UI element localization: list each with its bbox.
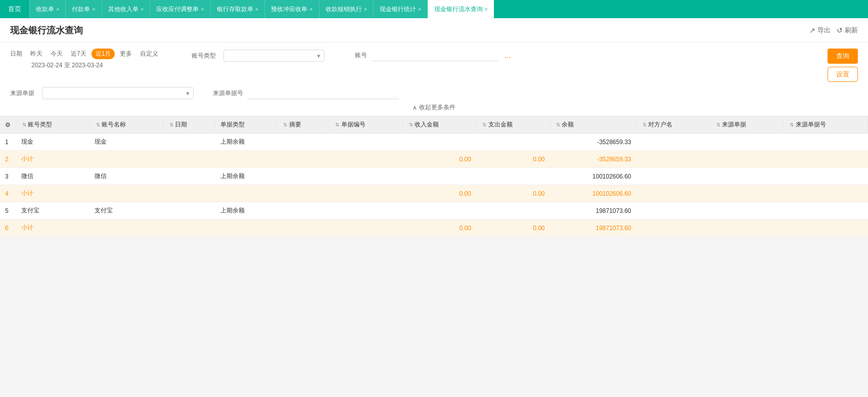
table-cell — [476, 202, 550, 219]
source-doc-select-wrapper: ▾ — [42, 87, 194, 99]
account-dots-button[interactable]: ... — [504, 51, 511, 60]
table-cell: 0.00 — [402, 219, 476, 237]
col-summary[interactable]: ⇅ 摘要 — [277, 116, 329, 134]
table-cell — [710, 134, 784, 151]
sort-icon: ⇅ — [96, 122, 100, 127]
gear-icon: ⚙ — [5, 121, 11, 128]
col-account-name[interactable]: ⇅ 账号名称 — [89, 116, 163, 134]
table-cell: 0.00 — [476, 185, 550, 202]
col-account-type[interactable]: ⇅ 账号类型 — [16, 116, 90, 134]
query-button[interactable]: 查询 — [828, 49, 858, 64]
table-cell: -3528659.33 — [550, 151, 636, 168]
account-input[interactable] — [372, 50, 498, 61]
nav-tab-8[interactable]: 现金银行流水查询 × — [428, 0, 494, 18]
table-cell — [163, 219, 215, 237]
nav-tab-2[interactable]: 其他收入单 × — [102, 0, 150, 18]
col-source-doc-no[interactable]: ⇅ 来源单据号 — [784, 116, 868, 134]
table-cell: 0.00 — [476, 219, 550, 237]
date-btn-more[interactable]: 更多 — [117, 49, 135, 59]
nav-home[interactable]: 首页 — [0, 0, 29, 18]
table-cell — [402, 168, 476, 185]
date-btn-today[interactable]: 今天 — [48, 49, 66, 59]
table-cell — [163, 151, 215, 168]
table-cell: 微信 — [16, 168, 90, 185]
col-expense[interactable]: ⇅ 支出金额 — [476, 116, 550, 134]
close-icon[interactable]: × — [201, 6, 204, 12]
table-cell: 0.00 — [476, 151, 550, 168]
table-cell — [277, 185, 329, 202]
table-cell: 3 — [0, 168, 16, 185]
col-doc-type: 单据类型 — [215, 116, 277, 134]
date-btn-7days[interactable]: 近7天 — [68, 49, 89, 59]
nav-tab-1[interactable]: 付款单 × — [65, 0, 101, 18]
sort-icon: ⇅ — [169, 122, 173, 127]
table-cell: 支付宝 — [16, 202, 90, 219]
table-cell — [784, 151, 868, 168]
close-icon[interactable]: × — [418, 6, 421, 12]
table-area: ⚙ ⇅ 账号类型 ⇅ 账号名称 ⇅ 日期 单据类型 ⇅ — [0, 116, 868, 237]
date-btn-custom[interactable]: 自定义 — [137, 49, 161, 59]
table-row: 2小计0.000.00-3528659.33 — [0, 151, 868, 168]
table-cell: 100102606.60 — [550, 185, 636, 202]
settings-button[interactable]: 设置 — [828, 67, 858, 82]
collapse-button[interactable]: ∧ 收起更多条件 — [413, 103, 455, 112]
table-cell — [329, 151, 403, 168]
nav-tab-3[interactable]: 应收应付调整单 × — [150, 0, 210, 18]
sort-icon: ⇅ — [22, 122, 26, 127]
table-cell — [329, 202, 403, 219]
sort-icon: ⇅ — [716, 122, 720, 127]
nav-tab-6[interactable]: 收款核销执行 × — [319, 0, 373, 18]
account-type-label: 账号类型 — [192, 52, 219, 60]
table-cell — [329, 219, 403, 237]
col-source-doc[interactable]: ⇅ 来源单据 — [710, 116, 784, 134]
column-settings[interactable]: ⚙ — [0, 116, 16, 134]
table-row: 6小计0.000.0019871073.60 — [0, 219, 868, 237]
table-cell — [476, 134, 550, 151]
table-cell — [215, 219, 277, 237]
table-row: 5支付宝支付宝上期余额19871073.60 — [0, 202, 868, 219]
table-cell — [710, 202, 784, 219]
table-cell — [277, 168, 329, 185]
table-cell: 支付宝 — [89, 202, 163, 219]
account-label: 账号 — [355, 51, 368, 60]
export-button[interactable]: ↗ 导出 — [809, 26, 831, 35]
date-btn-yesterday[interactable]: 昨天 — [27, 49, 45, 59]
date-btn-1month[interactable]: 近1月 — [92, 49, 115, 59]
close-icon[interactable]: × — [255, 6, 258, 12]
source-doc-no-input[interactable] — [247, 87, 399, 99]
col-doc-no[interactable]: ⇅ 单据编号 — [329, 116, 403, 134]
close-icon[interactable]: × — [92, 6, 95, 12]
table-cell — [784, 168, 868, 185]
col-counterparty[interactable]: ⇅ 对方户名 — [636, 116, 710, 134]
col-income[interactable]: ⇅ 收入金额 — [402, 116, 476, 134]
table-cell — [784, 202, 868, 219]
table-cell: 现金 — [89, 134, 163, 151]
col-date[interactable]: ⇅ 日期 — [163, 116, 215, 134]
nav-tab-0[interactable]: 收款单 × — [29, 0, 65, 18]
table-header-row: ⚙ ⇅ 账号类型 ⇅ 账号名称 ⇅ 日期 单据类型 ⇅ — [0, 116, 868, 134]
source-doc-no-label: 来源单据号 — [213, 89, 243, 98]
table-cell: 4 — [0, 185, 16, 202]
source-doc-label: 来源单据 — [10, 89, 38, 98]
table-cell: 0.00 — [402, 151, 476, 168]
close-icon[interactable]: × — [141, 6, 144, 12]
table-cell: 上期余额 — [215, 168, 277, 185]
table-row: 4小计0.000.00100102606.60 — [0, 185, 868, 202]
table-cell: 小计 — [16, 151, 90, 168]
nav-tab-4[interactable]: 银行存取款单 × — [210, 0, 264, 18]
nav-tab-7[interactable]: 现金银行统计 × — [373, 0, 427, 18]
table-cell — [636, 202, 710, 219]
table-cell — [329, 185, 403, 202]
nav-tab-5[interactable]: 预收冲应收单 × — [264, 0, 318, 18]
date-range: 2023-02-24 至 2023-03-24 — [31, 62, 103, 69]
close-icon[interactable]: × — [56, 6, 59, 12]
refresh-button[interactable]: ↺ 刷新 — [837, 26, 858, 35]
table-cell — [710, 151, 784, 168]
table-cell — [710, 168, 784, 185]
close-icon[interactable]: × — [485, 6, 488, 12]
account-type-select[interactable] — [223, 50, 325, 62]
close-icon[interactable]: × — [364, 6, 367, 12]
source-doc-select[interactable] — [42, 87, 194, 99]
close-icon[interactable]: × — [309, 6, 312, 12]
col-balance[interactable]: ⇅ 余额 — [550, 116, 636, 134]
